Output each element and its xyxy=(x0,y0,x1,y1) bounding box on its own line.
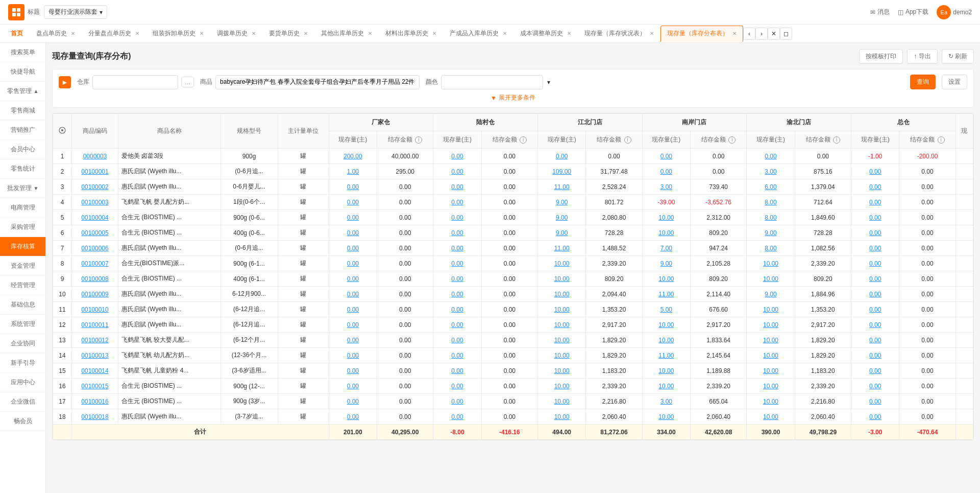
tab-close-icon[interactable]: ✕ xyxy=(135,31,139,36)
cell-value[interactable]: 0.00 xyxy=(329,302,377,317)
cell-value[interactable]: 0.00 xyxy=(851,241,899,256)
cell-value[interactable]: 0.00 xyxy=(851,302,899,317)
cell-value[interactable]: 200.00 xyxy=(329,149,377,164)
cell-value[interactable]: 10.00 xyxy=(642,317,691,333)
cell-value[interactable]: 109.00 xyxy=(537,164,586,179)
cell-value[interactable]: 0.00 xyxy=(329,179,377,195)
cell-value[interactable]: 0.00 xyxy=(329,287,377,302)
cell-value[interactable]: 0.00 xyxy=(329,379,377,394)
cell-value[interactable]: 0.00 xyxy=(851,164,899,179)
cell-value[interactable]: 0.00 xyxy=(851,256,899,271)
cell-value[interactable]: 0.00 xyxy=(433,271,482,287)
cell-value[interactable]: 0.00 xyxy=(851,179,899,195)
tab-other-out[interactable]: 其他出库单历史 ✕ xyxy=(314,26,379,42)
cell-value[interactable]: 0.00 xyxy=(433,379,482,394)
sidebar-item-enterprise-collab[interactable]: 企业协同 xyxy=(0,334,45,354)
cell-value[interactable]: 10.00 xyxy=(642,363,691,379)
cell-value[interactable]: 10.00 xyxy=(747,409,795,425)
cell-value[interactable]: 10.00 xyxy=(537,317,586,333)
cell-value[interactable]: 10.00 xyxy=(537,348,586,363)
cell-value[interactable]: 10.00 xyxy=(642,225,691,241)
cell-value[interactable]: 0.00 xyxy=(433,210,482,225)
sidebar-item-basic-info[interactable]: 基础信息 xyxy=(0,295,45,315)
nanan-amt-info-icon[interactable]: i xyxy=(728,136,736,144)
settings-button[interactable]: 设置 xyxy=(942,75,967,89)
app-download-item[interactable]: ◫ App下载 xyxy=(898,8,928,16)
cell-value[interactable]: 10.00 xyxy=(747,302,795,317)
cell-value[interactable]: 10.00 xyxy=(537,333,586,348)
cell-value[interactable]: 0.00 xyxy=(433,256,482,271)
cell-value[interactable]: 0.00 xyxy=(329,195,377,210)
tab-expand-btn[interactable]: ◻ xyxy=(780,28,792,40)
cell-value[interactable]: 0.00 xyxy=(433,333,482,348)
th-settings[interactable] xyxy=(53,114,72,149)
tab-close-icon[interactable]: ✕ xyxy=(503,31,507,36)
cell-value[interactable]: 0.00 xyxy=(433,149,482,164)
color-input[interactable] xyxy=(441,75,543,89)
tab-close-icon[interactable]: ✕ xyxy=(252,31,256,36)
sidebar-item-search-hero[interactable]: 搜索英单 xyxy=(0,43,45,62)
tab-close-icon[interactable]: ✕ xyxy=(567,31,571,36)
cell-value[interactable]: 10.00 xyxy=(537,302,586,317)
cell-value[interactable]: 0.00 xyxy=(851,394,899,409)
tab-next-btn[interactable]: › xyxy=(755,28,768,40)
cell-value[interactable]: 0.00 xyxy=(329,317,377,333)
cell-value[interactable]: 0.00 xyxy=(851,348,899,363)
sidebar-item-wholesale-mgmt[interactable]: 批发管理 ▼ xyxy=(0,179,45,198)
cell-value[interactable]: 0.00 xyxy=(851,195,899,210)
query-button[interactable]: 查询 xyxy=(910,75,936,89)
cell-value[interactable]: 9.00 xyxy=(642,256,691,271)
tab-close-icon[interactable]: ✕ xyxy=(650,31,654,36)
cell-value[interactable]: 10.00 xyxy=(747,317,795,333)
cell-value[interactable]: 0.00 xyxy=(851,379,899,394)
cell-value[interactable]: 10.00 xyxy=(747,256,795,271)
sidebar-item-retail-stats[interactable]: 零售统计 xyxy=(0,159,45,179)
tab-close-icon[interactable]: ✕ xyxy=(732,31,737,36)
tab-combo[interactable]: 组装拆卸单历史 ✕ xyxy=(146,26,210,42)
cell-value[interactable]: 0.00 xyxy=(433,287,482,302)
sidebar-item-enterprise-wechat[interactable]: 企业微信 xyxy=(0,392,45,412)
tab-close-all-btn[interactable]: ✕ xyxy=(768,28,780,40)
cell-value[interactable]: 6.00 xyxy=(747,179,795,195)
cell-value[interactable]: 9.00 xyxy=(537,210,586,225)
cell-value[interactable]: 8.00 xyxy=(747,195,795,210)
cell-value[interactable]: 0.00 xyxy=(747,149,795,164)
cell-value[interactable]: 10.00 xyxy=(537,409,586,425)
cell-value[interactable]: 5.00 xyxy=(642,302,691,317)
cell-value[interactable]: 0.00 xyxy=(433,241,482,256)
tab-requisition[interactable]: 要货单历史 ✕ xyxy=(262,26,314,42)
tab-home[interactable]: 首页 xyxy=(4,26,30,42)
cell-value[interactable]: 0.00 xyxy=(433,363,482,379)
message-item[interactable]: ✉ 消息 xyxy=(870,8,890,16)
brand-select[interactable]: 母婴行业演示陈套 ▾ xyxy=(44,5,107,19)
cell-value[interactable]: 10.00 xyxy=(642,210,691,225)
cell-value[interactable]: 10.00 xyxy=(642,333,691,348)
cell-value[interactable]: 0.00 xyxy=(433,317,482,333)
tab-transfer[interactable]: 调拨单历史 ✕ xyxy=(210,26,262,42)
product-input[interactable] xyxy=(215,75,420,89)
cell-value[interactable]: -39.00 xyxy=(642,195,691,210)
tab-prev-btn[interactable]: ‹ xyxy=(743,28,755,40)
cell-value[interactable]: 9.00 xyxy=(537,225,586,241)
cell-value[interactable]: 0.00 xyxy=(329,394,377,409)
cell-value[interactable]: 10.00 xyxy=(537,256,586,271)
sidebar-item-member-center[interactable]: 会员中心 xyxy=(0,140,45,159)
export-button[interactable]: ↑ 导出 xyxy=(907,49,937,64)
tab-close-icon[interactable]: ✕ xyxy=(304,31,308,36)
cell-value[interactable]: 0.00 xyxy=(433,179,482,195)
factory-amt-info-icon[interactable]: i xyxy=(415,136,422,144)
cell-value[interactable]: 9.00 xyxy=(537,195,586,210)
cell-value[interactable]: 0.00 xyxy=(851,225,899,241)
tab-stock-dist[interactable]: 现存量（库存分布表） ✕ xyxy=(660,26,743,42)
sidebar-item-purchase[interactable]: 采购管理 xyxy=(0,218,45,237)
cell-value[interactable]: 8.00 xyxy=(747,210,795,225)
search-collapse-btn[interactable]: ► xyxy=(59,76,71,88)
tab-branch-stock[interactable]: 分量盘点单历史 ✕ xyxy=(82,26,146,42)
cell-value[interactable]: 8.00 xyxy=(747,241,795,256)
cell-value[interactable]: 0.00 xyxy=(433,302,482,317)
cell-value[interactable]: 0.00 xyxy=(851,333,899,348)
cell-value[interactable]: 1.00 xyxy=(329,164,377,179)
tab-stock-history[interactable]: 盘点单历史 ✕ xyxy=(30,26,82,42)
sidebar-item-sys-mgmt[interactable]: 系统管理 xyxy=(0,315,45,334)
cell-value[interactable]: 0.00 xyxy=(851,287,899,302)
